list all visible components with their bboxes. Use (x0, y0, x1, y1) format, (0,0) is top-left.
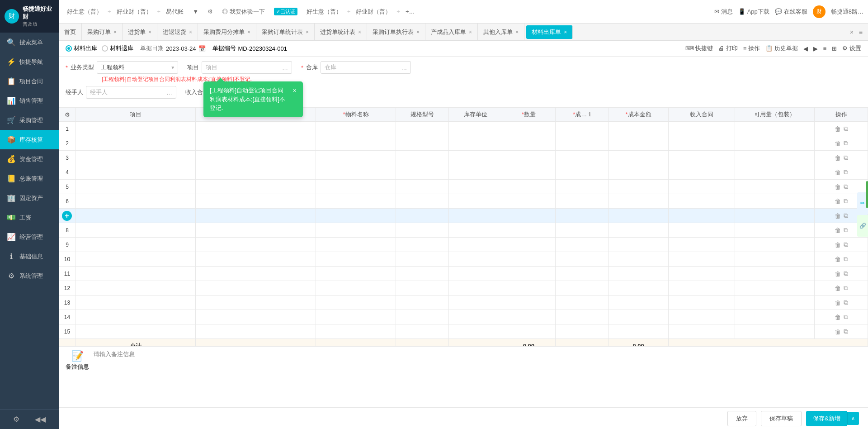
row-13-unit[interactable] (449, 296, 502, 310)
collapse-icon[interactable]: ◀◀ (35, 415, 46, 424)
sidebar-item-search[interactable]: 🔍 搜索菜单 (0, 33, 59, 52)
row-8-available[interactable] (735, 223, 814, 238)
row-5-project[interactable] (75, 180, 196, 194)
row-9-cost-price[interactable] (555, 238, 609, 252)
tab-close-purchase-exec[interactable]: × (416, 29, 420, 35)
sidebar-item-salary[interactable]: 💵 工资 (0, 208, 59, 227)
row-3-unit[interactable] (449, 151, 502, 165)
sidebar-item-sales[interactable]: 📊 销售管理 (0, 91, 59, 110)
row-3-qty[interactable] (502, 151, 556, 165)
tab-purchase-fee[interactable]: 采购费用分摊单 × (198, 24, 256, 41)
copy-row-icon[interactable]: ⧉ (844, 299, 848, 306)
row-9-cost-amount[interactable] (609, 238, 668, 252)
avatar[interactable]: 财 (813, 5, 826, 18)
notes-input[interactable] (94, 350, 861, 365)
add-row-btn[interactable]: + (62, 211, 72, 221)
row-11-available[interactable] (735, 267, 814, 281)
delete-row-icon[interactable]: 🗑 (835, 169, 841, 176)
row-8-cost-price[interactable] (555, 223, 609, 238)
nav-prev-btn[interactable]: ◀ (803, 45, 808, 52)
app-download-btn[interactable]: 📱 App下载 (738, 8, 769, 16)
row-5-available[interactable] (735, 180, 814, 194)
row-15-cost-amount[interactable] (609, 324, 668, 339)
row-10-cost-amount[interactable] (609, 252, 668, 267)
row-1-available[interactable] (735, 122, 814, 136)
abandon-button[interactable]: 放弃 (727, 411, 756, 426)
delete-row-icon[interactable]: 🗑 (835, 125, 841, 133)
row-6-available[interactable] (735, 194, 814, 209)
tab-goods-return[interactable]: 进退退货 × (157, 24, 198, 41)
copy-row-icon[interactable]: ⧉ (844, 212, 848, 219)
message-btn[interactable]: ✉ 消息 (714, 8, 733, 16)
row-12-qty[interactable] (502, 281, 556, 296)
row-13-spec[interactable] (396, 296, 449, 310)
row-3-name[interactable] (316, 151, 396, 165)
row-4-spec[interactable] (396, 165, 449, 180)
delete-row-icon[interactable]: 🗑 (835, 314, 841, 321)
copy-row-icon[interactable]: ⧉ (844, 139, 848, 147)
tab-close-purchase-stats[interactable]: × (306, 29, 309, 35)
row-14-project[interactable] (75, 310, 196, 324)
operation-btn[interactable]: ≡ 操作 (743, 44, 760, 52)
nav-more[interactable]: +… (402, 6, 419, 17)
row-9-code[interactable] (196, 238, 316, 252)
row-4-cost-price[interactable] (555, 165, 609, 180)
row-6-code[interactable] (196, 194, 316, 209)
row-13-code[interactable] (196, 296, 316, 310)
row-2-available[interactable] (735, 136, 814, 151)
row-8-project[interactable] (75, 223, 196, 238)
delete-row-icon[interactable]: 🗑 (835, 227, 841, 234)
row-12-project[interactable] (75, 281, 196, 296)
nav-dropdown-arrow[interactable]: ▼ (189, 6, 202, 17)
row-3-spec[interactable] (396, 151, 449, 165)
row-8-spec[interactable] (396, 223, 449, 238)
row-12-contract[interactable] (668, 281, 735, 296)
row-11-unit[interactable] (449, 267, 502, 281)
row-6-contract[interactable] (668, 194, 735, 209)
row-6-qty[interactable] (502, 194, 556, 209)
delete-row-icon[interactable]: 🗑 (835, 183, 841, 191)
row-5-code[interactable] (196, 180, 316, 194)
tab-other-in[interactable]: 其他入库单 × (478, 24, 524, 41)
input-row-7-code[interactable] (198, 210, 313, 221)
tab-menu-btn[interactable]: ≡ (857, 28, 864, 37)
copy-row-icon[interactable]: ⧉ (844, 270, 848, 277)
row-11-spec[interactable] (396, 267, 449, 281)
online-service-btn[interactable]: 💬 在线客服 (775, 8, 807, 16)
radio-material-out[interactable]: 材料出库 (66, 44, 97, 52)
copy-row-icon[interactable]: ⧉ (844, 154, 848, 162)
sidebar-item-quicknav[interactable]: ⚡ 快捷导航 (0, 52, 59, 72)
row-12-code[interactable] (196, 281, 316, 296)
save-new-arrow-btn[interactable]: ∧ (847, 412, 859, 425)
row-13-cost-amount[interactable] (609, 296, 668, 310)
row-4-contract[interactable] (668, 165, 735, 180)
row-14-contract[interactable] (668, 310, 735, 324)
row-14-spec[interactable] (396, 310, 449, 324)
row-8-name[interactable] (316, 223, 396, 238)
biz-type-input[interactable]: 工程领料 ▼ (97, 61, 178, 74)
row-2-project[interactable] (75, 136, 196, 151)
row-12-available[interactable] (735, 281, 814, 296)
sidebar-item-inventory[interactable]: 📦 库存核算 (0, 130, 59, 149)
row-11-name[interactable] (316, 267, 396, 281)
tab-close-product-in[interactable]: × (469, 29, 472, 35)
row-2-unit[interactable] (449, 136, 502, 151)
row-14-name[interactable] (316, 310, 396, 324)
row-11-qty[interactable] (502, 267, 556, 281)
row-15-cost-price[interactable] (555, 324, 609, 339)
nav-good-finance2[interactable]: 好业财（普） (352, 6, 395, 18)
row-4-name[interactable] (316, 165, 396, 180)
calendar-icon[interactable]: 📅 (198, 45, 206, 52)
row-7-cost-price[interactable] (555, 209, 609, 223)
row-8-unit[interactable] (449, 223, 502, 238)
row-1-contract[interactable] (668, 122, 735, 136)
row-4-unit[interactable] (449, 165, 502, 180)
row-15-contract[interactable] (668, 324, 735, 339)
row-7-spec[interactable] (396, 209, 449, 223)
row-7-code[interactable] (196, 209, 316, 223)
row-5-name[interactable] (316, 180, 396, 194)
row-11-code[interactable] (196, 267, 316, 281)
row-6-project[interactable] (75, 194, 196, 209)
row-10-contract[interactable] (668, 252, 735, 267)
row-9-name[interactable] (316, 238, 396, 252)
